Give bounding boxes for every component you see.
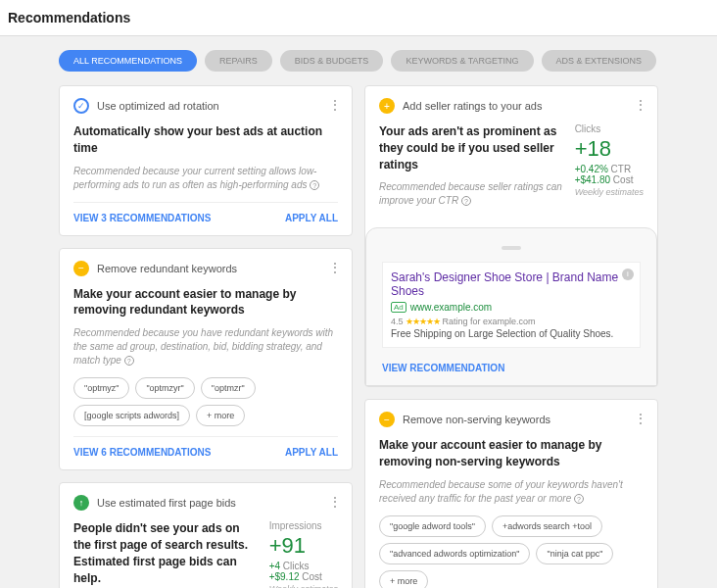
card-first-page-bids: ⋮ Use estimated first page bids People d… bbox=[59, 482, 353, 588]
more-icon[interactable]: ⋮ bbox=[328, 261, 342, 274]
card-seller-ratings: ⋮ Add seller ratings to your ads Your ad… bbox=[364, 85, 658, 387]
check-icon bbox=[73, 98, 89, 114]
filter-tabs: ALL RECOMMENDATIONS REPAIRS BIDS & BUDGE… bbox=[0, 36, 717, 85]
help-icon[interactable] bbox=[310, 180, 319, 190]
card-desc: Recommended because seller ratings can i… bbox=[379, 180, 563, 208]
card-title: Automatically show your best ads at auct… bbox=[73, 123, 338, 157]
ad-rating: 4.5 ★★★★★ Rating for example.com bbox=[391, 317, 632, 326]
tab-repairs[interactable]: REPAIRS bbox=[205, 50, 272, 72]
minus-icon bbox=[73, 261, 89, 276]
tab-keywords[interactable]: KEYWORDS & TARGETING bbox=[391, 50, 533, 72]
info-icon[interactable] bbox=[622, 269, 634, 280]
more-icon[interactable]: ⋮ bbox=[634, 98, 647, 112]
view-recommendations-button[interactable]: VIEW 6 RECOMMENDATIONS bbox=[73, 447, 211, 458]
tab-all[interactable]: ALL RECOMMENDATIONS bbox=[59, 50, 197, 72]
keyword-chip[interactable]: "ninja cat ppc" bbox=[536, 543, 613, 564]
minus-icon bbox=[379, 412, 395, 427]
more-icon[interactable]: ⋮ bbox=[328, 495, 342, 509]
page-title: Recommendations bbox=[8, 10, 709, 25]
keyword-chip[interactable]: [google scripts adwords] bbox=[73, 405, 190, 426]
card-head-label: Use optimized ad rotation bbox=[97, 100, 219, 112]
stats-block: Clicks +18 +0.42% CTR +$41.80 Cost Weekl… bbox=[575, 123, 644, 218]
card-title: Make your account easier to manage by re… bbox=[379, 437, 644, 470]
help-icon[interactable] bbox=[124, 356, 134, 366]
help-icon[interactable] bbox=[461, 196, 471, 206]
keyword-chip[interactable]: "google adword tools" bbox=[379, 515, 486, 537]
card-title: Make your account easier to manage by re… bbox=[73, 286, 338, 319]
stat-clicks: +18 bbox=[575, 136, 644, 162]
stats-block: Impressions +91 +4 Clicks +$9.12 Cost We… bbox=[269, 520, 338, 588]
keyword-chip[interactable]: "optmzr" bbox=[201, 377, 256, 399]
plus-icon bbox=[379, 98, 395, 114]
help-icon[interactable] bbox=[574, 494, 584, 504]
more-icon[interactable]: ⋮ bbox=[328, 98, 342, 112]
tab-bids[interactable]: BIDS & BUDGETS bbox=[280, 50, 384, 72]
keyword-chip[interactable]: "optmyz" bbox=[73, 377, 129, 399]
apply-all-button[interactable]: APPLY ALL bbox=[285, 213, 338, 223]
ad-box: Sarah's Designer Shoe Store | Brand Name… bbox=[382, 262, 641, 348]
more-chip[interactable]: + more bbox=[379, 570, 428, 588]
ad-title: Sarah's Designer Shoe Store | Brand Name… bbox=[391, 270, 632, 298]
card-redundant-keywords: ⋮ Remove redundant keywords Make your ac… bbox=[59, 248, 353, 471]
keyword-chip[interactable]: "advanced adwords optimization" bbox=[379, 543, 530, 564]
ad-preview: Sarah's Designer Shoe Store | Brand Name… bbox=[365, 227, 657, 386]
page-header: Recommendations bbox=[0, 0, 717, 36]
card-desc: Recommended because your current setting… bbox=[73, 165, 338, 192]
view-recommendation-button[interactable]: VIEW RECOMMENDATION bbox=[382, 363, 504, 373]
stat-impressions: +91 bbox=[269, 533, 338, 559]
card-title: People didn't see your ads on the first … bbox=[73, 520, 258, 586]
card-head-label: Use estimated first page bids bbox=[97, 497, 236, 509]
card-title: Your ads aren't as prominent as they cou… bbox=[379, 123, 563, 172]
keyword-chips: "optmyz" "optmzyr" "optmzr" [google scri… bbox=[73, 377, 338, 426]
card-non-serving-keywords: ⋮ Remove non-serving keywords Make your … bbox=[364, 399, 658, 588]
keyword-chip[interactable]: +adwords search +tool bbox=[492, 515, 602, 537]
stat-weekly: Weekly estimates bbox=[269, 584, 338, 588]
card-ad-rotation: ⋮ Use optimized ad rotation Automaticall… bbox=[59, 85, 353, 236]
up-icon bbox=[73, 495, 89, 511]
right-column: ⋮ Add seller ratings to your ads Your ad… bbox=[364, 85, 658, 588]
card-head-label: Remove redundant keywords bbox=[97, 263, 237, 274]
cards-grid: ⋮ Use optimized ad rotation Automaticall… bbox=[0, 85, 717, 588]
tab-ads[interactable]: ADS & EXTENSIONS bbox=[542, 50, 657, 72]
left-column: ⋮ Use optimized ad rotation Automaticall… bbox=[59, 85, 353, 588]
stat-label: Impressions bbox=[269, 520, 338, 531]
keyword-chips: "google adword tools" +adwords search +t… bbox=[379, 515, 644, 588]
stat-label: Clicks bbox=[575, 123, 644, 134]
card-desc: Recommended because some of your keyword… bbox=[379, 478, 644, 506]
device-notch bbox=[502, 246, 521, 250]
card-desc: Recommended because you have redundant k… bbox=[73, 326, 338, 368]
stat-weekly: Weekly estimates bbox=[575, 187, 644, 197]
apply-all-button[interactable]: APPLY ALL bbox=[285, 447, 338, 458]
more-chip[interactable]: + more bbox=[196, 405, 245, 426]
ad-badge: Ad bbox=[391, 302, 406, 313]
ad-url: www.example.com bbox=[410, 302, 492, 313]
view-recommendations-button[interactable]: VIEW 3 RECOMMENDATIONS bbox=[73, 213, 211, 223]
more-icon[interactable]: ⋮ bbox=[634, 412, 647, 425]
card-head-label: Remove non-serving keywords bbox=[403, 414, 550, 425]
keyword-chip[interactable]: "optmzyr" bbox=[135, 377, 194, 399]
ad-text: Free Shipping on Large Selection of Qual… bbox=[391, 328, 632, 339]
card-head-label: Add seller ratings to your ads bbox=[403, 100, 542, 112]
